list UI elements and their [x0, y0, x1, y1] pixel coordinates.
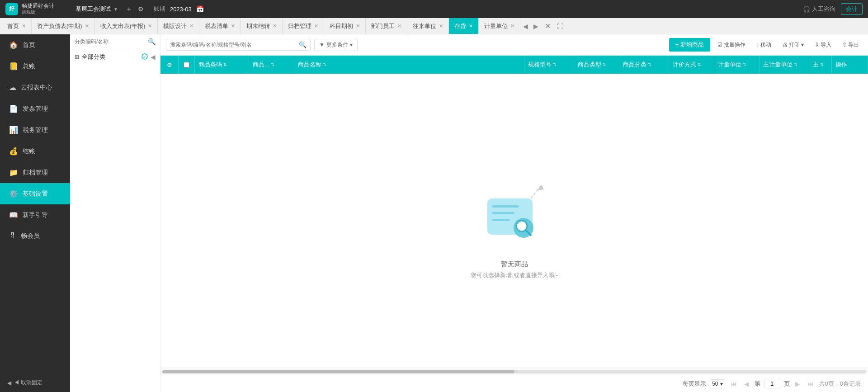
sidebar-item-settlement[interactable]: 💰 结账: [0, 141, 70, 162]
tab-inventory-close[interactable]: ✕: [469, 23, 473, 29]
more-conditions-button[interactable]: ▼ 更多条件 ▾: [314, 39, 358, 51]
next-page-button[interactable]: ▶: [793, 379, 802, 388]
th-type-label: 商品类型: [578, 61, 601, 69]
search-icon[interactable]: 🔍: [299, 41, 307, 48]
tab-expand-button[interactable]: ⛶: [554, 18, 566, 34]
sidebar-item-invoice[interactable]: 📄 发票管理: [0, 98, 70, 119]
calendar-icon[interactable]: 📅: [196, 5, 204, 13]
sidebar-item-guide[interactable]: 📖 新手引导: [0, 204, 70, 226]
batch-ops-label: 批量操作: [724, 41, 745, 49]
th-main-unit[interactable]: 主计量单位 ⇅: [760, 56, 809, 74]
tab-archive[interactable]: 归档管理 ✕: [283, 18, 324, 34]
last-page-button[interactable]: ⏭: [806, 379, 816, 388]
tab-unit-close[interactable]: ✕: [510, 23, 514, 29]
horizontal-scrollbar-thumb[interactable]: [162, 370, 514, 373]
settings-icon[interactable]: ⚙: [138, 5, 144, 13]
import-label: 导入: [821, 41, 831, 49]
th-name-label: 商品名称: [298, 61, 321, 69]
tab-archive-close[interactable]: ✕: [314, 23, 318, 29]
tab-tax-list[interactable]: 税表清单 ✕: [199, 18, 241, 34]
th-checkbox[interactable]: [179, 56, 195, 74]
first-page-button[interactable]: ⏮: [729, 379, 739, 388]
tab-income-statement-close[interactable]: ✕: [148, 23, 152, 29]
tab-close-all-button[interactable]: ✕: [541, 18, 554, 34]
sort-spec-icon: ⇅: [553, 62, 557, 67]
sidebar-item-tax[interactable]: 📊 税务管理: [0, 119, 70, 141]
app-logo: 好: [5, 3, 18, 15]
tab-unit[interactable]: 计量单位 ✕: [479, 18, 520, 34]
project-selector[interactable]: 基层工会测试 ▼ ＋ ⚙ 账期 2023-03 📅: [75, 5, 803, 14]
move-button[interactable]: ↕ 移动: [753, 39, 775, 51]
tab-next-button[interactable]: ▶: [531, 18, 541, 34]
prev-page-button[interactable]: ◀: [742, 379, 751, 388]
th-extra[interactable]: 主 ⇅: [809, 56, 832, 74]
page-number-input[interactable]: [764, 379, 780, 388]
tab-homepage-label: 首页: [7, 22, 19, 30]
new-product-button[interactable]: + 新增商品: [669, 38, 710, 52]
tab-subject-initial[interactable]: 科目期初 ✕: [324, 18, 366, 34]
th-code[interactable]: 商品... ⇅: [249, 56, 294, 74]
tab-balance-sheet-close[interactable]: ✕: [85, 23, 89, 29]
export-icon: ⇧: [842, 42, 847, 48]
tab-template-close[interactable]: ✕: [189, 23, 193, 29]
period-value: 2023-03: [170, 6, 192, 13]
tab-period-transfer-close[interactable]: ✕: [273, 23, 277, 29]
tab-subject-initial-close[interactable]: ✕: [356, 23, 360, 29]
tab-template[interactable]: 模版设计 ✕: [158, 18, 199, 34]
th-barcode[interactable]: 商品条码 ⇅: [195, 56, 249, 74]
sidebar-collapse-button[interactable]: ◀ ◀ 取消固定: [0, 373, 70, 392]
sidebar-item-archive[interactable]: 📁 归档管理: [0, 162, 70, 183]
filter-icon: ▼: [319, 42, 325, 48]
category-search-icon[interactable]: 🔍: [148, 38, 156, 45]
tab-homepage[interactable]: 首页 ✕: [2, 18, 32, 34]
tab-contacts[interactable]: 往来单位 ✕: [407, 18, 449, 34]
select-all-checkbox[interactable]: [184, 62, 189, 68]
tab-inventory[interactable]: 存货 ✕: [449, 18, 479, 34]
horizontal-scrollbar[interactable]: [162, 370, 866, 373]
tab-period-transfer[interactable]: 期末结转 ✕: [241, 18, 283, 34]
th-ops: 操作: [832, 56, 868, 74]
empty-illustration: [469, 162, 560, 253]
tab-tax-list-close[interactable]: ✕: [231, 23, 235, 29]
th-unit[interactable]: 计量单位 ⇅: [714, 56, 760, 74]
tab-department-close[interactable]: ✕: [397, 23, 401, 29]
batch-ops-button[interactable]: ☑ 批量操作: [714, 39, 749, 51]
period-label: 账期: [154, 5, 165, 13]
sidebar-item-member[interactable]: 🎖 畅会员: [0, 226, 70, 246]
print-button[interactable]: 🖨 打印 ▾: [778, 39, 807, 51]
sidebar-basic-settings-label: 基础设置: [23, 190, 48, 198]
import-button[interactable]: ⇩ 导入: [811, 39, 835, 51]
tab-homepage-close[interactable]: ✕: [22, 23, 26, 29]
category-edit-button[interactable]: ✓: [142, 53, 148, 61]
customer-service-button[interactable]: 🎧 人工咨询: [803, 5, 835, 13]
customer-service-label: 人工咨询: [812, 5, 835, 13]
category-collapse-button[interactable]: ◀: [151, 53, 156, 61]
print-dropdown-icon: ▾: [801, 42, 804, 48]
tab-department[interactable]: 部门员工 ✕: [366, 18, 407, 34]
th-spec[interactable]: 规格型号 ⇅: [524, 56, 574, 74]
tab-contacts-close[interactable]: ✕: [439, 23, 443, 29]
category-panel: 🔍 ⊞ 全部分类 ✓ ◀: [70, 34, 160, 392]
export-button[interactable]: ⇧ 导出: [839, 39, 863, 51]
svg-rect-5: [492, 212, 514, 214]
th-type[interactable]: 商品类型 ⇅: [574, 56, 619, 74]
sidebar-item-cloud-report[interactable]: ☁ 云报表中心: [0, 77, 70, 98]
tab-prev-button[interactable]: ◀: [520, 18, 531, 34]
sidebar-invoice-label: 发票管理: [23, 105, 48, 113]
th-pricing[interactable]: 计价方式 ⇅: [669, 56, 714, 74]
sidebar-item-ledger[interactable]: 📒 总账: [0, 56, 70, 77]
per-page-select[interactable]: 50 ▾: [710, 379, 725, 388]
th-category[interactable]: 商品分类 ⇅: [619, 56, 669, 74]
th-name[interactable]: 商品名称 ⇅: [294, 56, 524, 74]
project-name: 基层工会测试: [75, 5, 111, 13]
add-project-button[interactable]: ＋: [125, 5, 132, 14]
sidebar-item-basic-settings[interactable]: ⚙️ 基础设置: [0, 183, 70, 204]
tab-income-statement[interactable]: 收入支出表(年报) ✕: [95, 18, 158, 34]
th-pricing-label: 计价方式: [673, 61, 696, 69]
tab-balance-sheet[interactable]: 资产负债表(中期) ✕: [32, 18, 95, 34]
account-button[interactable]: 会计: [841, 3, 863, 15]
th-settings[interactable]: ⚙: [160, 56, 179, 74]
category-search-input[interactable]: [75, 38, 145, 45]
product-search-input[interactable]: [170, 42, 296, 48]
sidebar-item-home[interactable]: 🏠 首页: [0, 34, 70, 56]
